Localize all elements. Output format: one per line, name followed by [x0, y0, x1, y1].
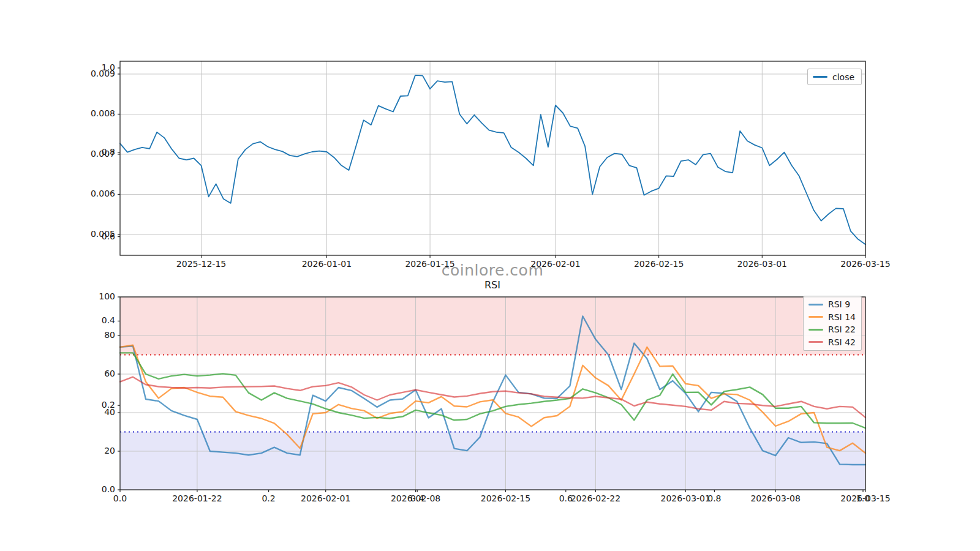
rsi42-line-swatch — [809, 341, 823, 343]
price-grid — [120, 61, 865, 255]
x-tick-label: 2026-02-22 — [571, 493, 620, 503]
price-axis-labels: 2025-12-152026-01-012026-01-152026-02-01… — [91, 69, 891, 269]
rsi-chart: 2026-01-222026-02-012026-02-082026-02-15… — [99, 291, 890, 503]
twin-x-tick-label: 1.0 — [856, 493, 870, 503]
twin-x-tick-label: 0.4 — [410, 493, 424, 503]
watermark: coinlore.com — [309, 261, 676, 280]
twin-y-tick-label: 0.4 — [102, 315, 115, 325]
legend-item-close: close — [813, 71, 855, 83]
rsi-legend: RSI 9 RSI 14 RSI 22 RSI 42 — [803, 296, 862, 351]
x-tick-label: 2026-03-01 — [661, 493, 710, 503]
twin-y-tick-label: 0.6 — [102, 231, 115, 241]
twin-y-tick-label: 1.0 — [102, 62, 115, 72]
x-tick-label: 2026-02-01 — [301, 493, 350, 503]
figure-root: 2025-12-152026-01-012026-01-152026-02-01… — [0, 0, 980, 551]
x-tick-label: 2026-02-15 — [481, 493, 530, 503]
twin-x-tick-label: 0.8 — [707, 493, 721, 503]
y-tick-label: 0.008 — [91, 108, 115, 118]
price-chart: 2025-12-152026-01-012026-01-152026-02-01… — [91, 61, 891, 269]
legend-item-rsi14: RSI 14 — [809, 311, 855, 324]
rsi22-line-swatch — [809, 329, 823, 331]
x-tick-label: 2026-03-08 — [750, 493, 800, 503]
legend-item-rsi9: RSI 9 — [809, 298, 855, 311]
legend-label-rsi22: RSI 22 — [828, 324, 856, 334]
oversold-band — [120, 432, 865, 490]
legend-label-rsi42: RSI 42 — [828, 337, 856, 347]
legend-item-rsi42: RSI 42 — [809, 336, 855, 349]
y-tick-label: 80 — [104, 330, 115, 340]
legend-label-close: close — [832, 72, 854, 82]
legend-label-rsi14: RSI 14 — [828, 312, 856, 322]
overbought-band — [120, 297, 865, 355]
x-tick-label: 2026-01-22 — [172, 493, 222, 503]
twin-x-tick-label: 0.2 — [262, 493, 275, 503]
close-line-swatch — [813, 76, 827, 78]
y-tick-label: 0.006 — [91, 189, 115, 198]
y-tick-label: 20 — [104, 446, 115, 455]
x-tick-label: 2026-03-15 — [840, 259, 890, 269]
rsi9-line-swatch — [809, 304, 823, 305]
y-tick-label: 100 — [99, 291, 115, 301]
y-tick-label: 60 — [104, 369, 115, 378]
legend-label-rsi9: RSI 9 — [828, 299, 850, 309]
twin-y-tick-label: 0.8 — [102, 147, 115, 157]
twin-x-tick-label: 0.6 — [559, 493, 573, 503]
price-axes-frame — [120, 61, 865, 255]
rsi14-line-swatch — [809, 316, 823, 318]
rsi-chart-title: RSI — [431, 279, 554, 291]
legend-item-rsi22: RSI 22 — [809, 323, 855, 336]
rsi-line-2 — [120, 353, 865, 428]
price-legend: close — [807, 69, 862, 85]
close-line — [120, 75, 865, 244]
x-tick-label: 2025-12-15 — [176, 259, 226, 269]
twin-y-tick-label: 0.0 — [102, 484, 115, 494]
x-tick-label: 2026-03-01 — [737, 259, 787, 269]
twin-y-tick-label: 0.2 — [102, 400, 115, 410]
twin-x-tick-label: 0.0 — [113, 493, 127, 503]
